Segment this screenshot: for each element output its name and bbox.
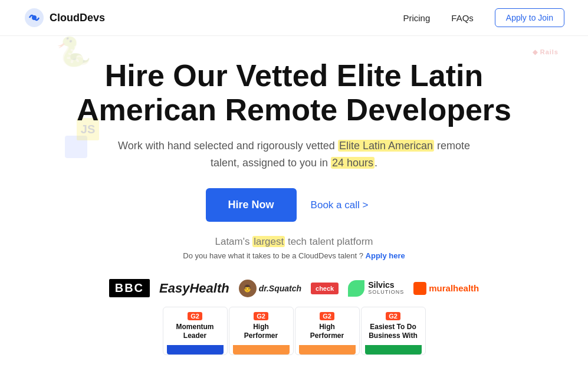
check-logo: check	[311, 283, 339, 294]
g2-badges-row: G2 MomentumLeader G2 HighPerformer G2 Hi…	[0, 307, 588, 355]
svg-point-1	[32, 15, 37, 20]
silvics-logo: SilvicsSOLUTIONS	[348, 280, 404, 297]
navbar: CloudDevs Pricing FAQs Apply to Join	[0, 0, 588, 36]
mural-icon	[413, 282, 426, 295]
g2-badge-momentum: G2 MomentumLeader	[163, 307, 228, 355]
g2-logo-4: G2	[386, 312, 400, 320]
nav-links: Pricing FAQs Apply to Join	[403, 8, 564, 27]
bbc-logo: BBC	[109, 279, 150, 297]
book-call-button[interactable]: Book a call >	[297, 189, 383, 222]
hero-subtitle: Work with hand selected and rigorously v…	[106, 137, 483, 172]
g2-logo-2: G2	[254, 312, 268, 320]
hero-cta: Hire Now Book a call >	[24, 188, 564, 222]
badge-title-3: HighPerformer	[310, 323, 344, 340]
apply-banner: Do you have what it takes to be a CloudD…	[24, 251, 564, 260]
badge-title-2: HighPerformer	[244, 323, 278, 340]
mural-logo: muralhealth	[413, 282, 479, 295]
silvics-leaf-icon	[348, 280, 364, 297]
easyhealth-logo: EasyHealth	[159, 281, 229, 296]
apply-here-link[interactable]: Apply here	[366, 251, 405, 260]
badge-title-1: MomentumLeader	[176, 323, 214, 340]
badge-bottom-3	[299, 345, 356, 354]
logos-row: BBC EasyHealth 👨 dr.Squatch check Silvic…	[0, 279, 588, 304]
g2-badge-easiest: G2 Easiest To DoBusiness With	[361, 307, 426, 355]
hire-now-button[interactable]: Hire Now	[206, 188, 297, 222]
g2-logo-1: G2	[188, 312, 202, 320]
logo[interactable]: CloudDevs	[24, 7, 105, 28]
badge-bottom-2	[233, 345, 290, 354]
hero-section: Hire Our Vetted Elite Latin American Rem…	[0, 36, 588, 279]
faqs-link[interactable]: FAQs	[451, 13, 474, 23]
g2-badge-hp1: G2 HighPerformer	[229, 307, 294, 355]
badge-title-4: Easiest To DoBusiness With	[369, 323, 418, 340]
squatch-avatar: 👨	[239, 280, 257, 297]
apply-to-join-button[interactable]: Apply to Join	[495, 8, 564, 27]
badge-bottom-4	[365, 345, 422, 354]
g2-badge-hp2: G2 HighPerformer	[295, 307, 360, 355]
pricing-link[interactable]: Pricing	[403, 13, 430, 23]
latam-text: Latam's largest tech talent platform	[24, 236, 564, 248]
hero-title: Hire Our Vetted Elite Latin American Rem…	[73, 58, 515, 127]
g2-logo-3: G2	[320, 312, 334, 320]
badge-bottom-1	[167, 345, 224, 354]
squatch-logo: 👨 dr.Squatch	[239, 280, 301, 297]
silvics-text: SilvicsSOLUTIONS	[368, 281, 404, 296]
